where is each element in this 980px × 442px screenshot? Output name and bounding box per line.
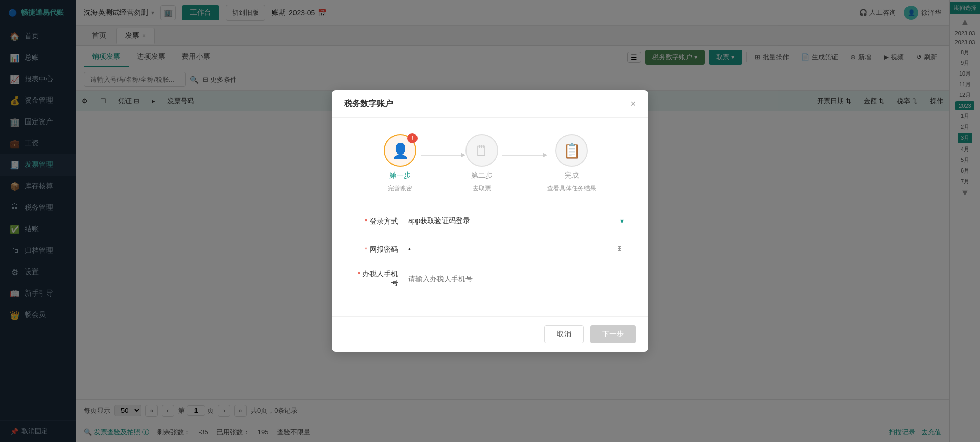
password-field-wrapper: 👁 xyxy=(404,241,628,257)
modal-overlay: 税务数字账户 × 👤 ! 第一步 完善账密 xyxy=(0,0,980,442)
required-star: * xyxy=(365,245,368,253)
modal-body: 👤 ! 第一步 完善账密 🗒 第二步 去取票 xyxy=(332,118,648,316)
step-1-icon: 👤 ! xyxy=(384,134,416,167)
person-card-icon: 👤 xyxy=(391,142,409,159)
login-method-value: app获取验证码登录 xyxy=(408,216,470,226)
step-1-label: 第一步 xyxy=(389,171,411,180)
step-1: 👤 ! 第一步 完善账密 xyxy=(384,134,416,193)
password-label-text: 网报密码 xyxy=(370,245,398,253)
next-button[interactable]: 下一步 xyxy=(590,325,636,343)
step-2-label: 第二步 xyxy=(471,171,493,180)
step-3-icon: 📋 xyxy=(555,134,588,167)
document-icon: 🗒 xyxy=(475,142,489,159)
chevron-down-icon: ▾ xyxy=(620,217,624,225)
required-star: * xyxy=(358,269,360,278)
step-3-sublabel: 查看具体任务结果 xyxy=(547,184,596,193)
tax-digital-account-modal: 税务数字账户 × 👤 ! 第一步 完善账密 xyxy=(332,90,648,352)
phone-row: * 办税人手机号 xyxy=(352,269,628,288)
step-3: 📋 完成 查看具体任务结果 xyxy=(547,134,596,193)
step-2-sublabel: 去取票 xyxy=(473,184,491,193)
login-method-row: * 登录方式 app获取验证码登录 ▾ xyxy=(352,213,628,229)
step-2: 🗒 第二步 去取票 xyxy=(465,134,498,193)
clipboard-icon: 📋 xyxy=(563,142,581,159)
phone-label-text: 办税人手机号 xyxy=(362,269,398,287)
required-star: * xyxy=(365,217,368,225)
password-label: * 网报密码 xyxy=(352,245,398,254)
modal-footer: 取消 下一步 xyxy=(332,316,648,352)
modal-header: 税务数字账户 × xyxy=(332,90,648,118)
steps: 👤 ! 第一步 完善账密 🗒 第二步 去取票 xyxy=(352,134,628,193)
login-method-label-text: 登录方式 xyxy=(370,217,398,225)
login-method-select[interactable]: app获取验证码登录 ▾ xyxy=(404,213,628,229)
modal-close-button[interactable]: × xyxy=(630,99,636,109)
modal-title: 税务数字账户 xyxy=(344,99,393,109)
step-2-icon: 🗒 xyxy=(465,134,498,167)
step-1-sublabel: 完善账密 xyxy=(388,184,412,193)
phone-field-wrapper xyxy=(404,272,628,286)
step-arrow-1 xyxy=(421,155,461,156)
step-1-error-badge: ! xyxy=(407,133,418,143)
phone-label: * 办税人手机号 xyxy=(352,269,398,288)
phone-input[interactable] xyxy=(408,275,624,283)
step-3-label: 完成 xyxy=(565,171,579,180)
password-row: * 网报密码 👁 xyxy=(352,241,628,257)
password-input[interactable] xyxy=(408,245,616,253)
step-arrow-2 xyxy=(502,155,543,156)
login-method-label: * 登录方式 xyxy=(352,217,398,226)
eye-icon[interactable]: 👁 xyxy=(616,244,624,254)
cancel-button[interactable]: 取消 xyxy=(544,325,584,343)
